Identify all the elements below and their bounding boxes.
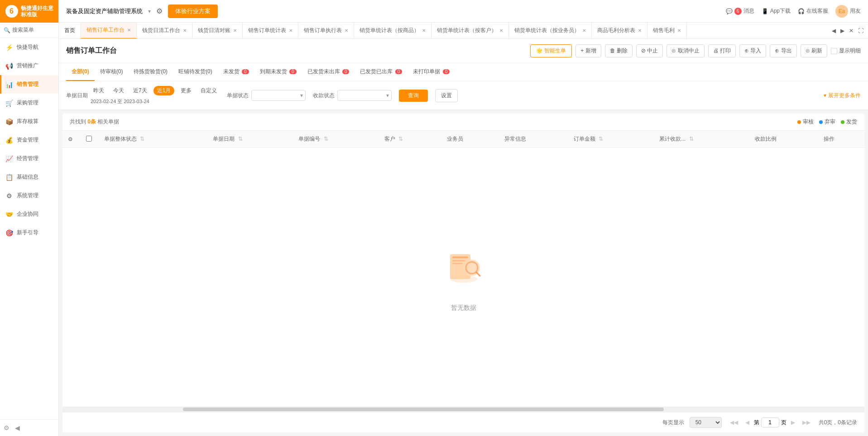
sub-tab-not-shipped[interactable]: 未发货 0 xyxy=(218,63,254,81)
settings-bottom-icon[interactable]: ⚙ xyxy=(4,424,10,431)
sub-tab-not-printed[interactable]: 未打印单据 0 xyxy=(408,63,455,81)
export-btn[interactable]: ⊕ 导出 xyxy=(770,44,796,57)
sub-tab-all[interactable]: 全部(0) xyxy=(66,63,95,81)
print-btn[interactable]: 🖨 打印 xyxy=(708,44,736,57)
message-badge: 6 xyxy=(734,8,742,15)
sub-tab-shipped-out[interactable]: 已发货已出库 0 xyxy=(355,63,408,81)
date-opt-more[interactable]: 更多 xyxy=(178,86,194,95)
sub-tab-shipped-not-in[interactable]: 已发货未出库 0 xyxy=(302,63,355,81)
sub-tab-wangpu-pending[interactable]: 旺铺待发货(0) xyxy=(173,63,218,81)
import-btn[interactable]: ⊕ 导入 xyxy=(739,44,766,57)
tab-close-summary-customer[interactable]: ✕ xyxy=(499,28,503,33)
tab-close-cash-reconcile[interactable]: ✕ xyxy=(233,28,237,33)
page-input[interactable] xyxy=(761,417,779,427)
topbar-settings-icon[interactable]: ⚙ xyxy=(156,7,163,15)
sort-amount-icon[interactable]: ⇅ xyxy=(599,136,603,142)
tab-sales-summary-staff[interactable]: 销货单统计表（按业务员） ✕ xyxy=(509,23,592,39)
tab-sales-profit[interactable]: 销售毛利 ✕ xyxy=(647,23,687,39)
filter-settings-btn[interactable]: 设置 xyxy=(435,89,458,102)
payment-select[interactable] xyxy=(337,90,392,101)
tab-close-summary-product[interactable]: ✕ xyxy=(422,28,426,33)
tab-close-margin[interactable]: ✕ xyxy=(638,28,642,33)
message-action[interactable]: 💬 6 消息 xyxy=(726,7,754,15)
cancel-review-btn[interactable]: 弃审 xyxy=(819,118,835,126)
tab-sales-exec[interactable]: 销售订单执行表 ✕ xyxy=(298,23,354,39)
smart-btn[interactable]: 🌟 智能生单 xyxy=(530,44,572,57)
tab-close-summary-staff[interactable]: ✕ xyxy=(582,28,586,33)
sidebar-item-inventory[interactable]: 📦 库存核算 xyxy=(0,112,58,131)
online-service-action[interactable]: 🎧 在线客服 xyxy=(798,7,828,15)
app-download-action[interactable]: 📱 App下载 xyxy=(762,7,791,15)
sidebar-item-sales[interactable]: 📊 销售管理 xyxy=(0,75,58,94)
add-btn[interactable]: + 新增 xyxy=(575,44,601,57)
overdue-badge: 0 xyxy=(289,69,297,74)
sort-number-icon[interactable]: ⇅ xyxy=(324,136,328,142)
user-action[interactable]: Ea 用友 xyxy=(835,5,861,18)
page-size-select[interactable]: 50 10 20 100 xyxy=(690,417,722,428)
delete-btn[interactable]: 🗑 删除 xyxy=(605,44,633,57)
tab-close-sales-exec[interactable]: ✕ xyxy=(345,28,348,33)
col-checkbox[interactable] xyxy=(81,131,99,148)
search-icon: 🔍 xyxy=(4,27,10,33)
cancel-stop-btn[interactable]: ⊙ 取消中止 xyxy=(667,44,704,57)
query-btn[interactable]: 查询 xyxy=(399,90,428,102)
ship-btn[interactable]: 发货 xyxy=(841,118,857,126)
sidebar-item-quick-nav[interactable]: ⚡ 快捷导航 xyxy=(0,38,58,57)
sub-tab-pending-inspection[interactable]: 待拣货验货(0) xyxy=(128,63,173,81)
sidebar-item-finance[interactable]: 💰 资金管理 xyxy=(0,131,58,149)
tab-close-sales-workbench[interactable]: ✕ xyxy=(127,28,131,33)
scrollbar-thumb[interactable] xyxy=(183,408,664,411)
date-opt-1month[interactable]: 近1月 xyxy=(153,86,175,95)
sidebar-item-marketing[interactable]: 📢 营销推广 xyxy=(0,57,58,75)
trial-btn[interactable]: 体验行业方案 xyxy=(168,5,218,18)
col-settings[interactable]: ⚙ xyxy=(62,131,81,148)
tab-close-sales-stats[interactable]: ✕ xyxy=(289,28,293,33)
date-opt-7days[interactable]: 近7天 xyxy=(130,86,150,95)
sub-tab-pending-review[interactable]: 待审核(0) xyxy=(95,63,129,81)
sort-date-icon[interactable]: ⇅ xyxy=(238,136,243,142)
sort-collected-icon[interactable]: ⇅ xyxy=(689,136,694,142)
sidebar-item-operations[interactable]: 📈 经营管理 xyxy=(0,149,58,168)
prev-page-btn[interactable]: ◀ xyxy=(743,418,752,427)
sort-customer-icon[interactable]: ⇅ xyxy=(398,136,403,142)
stop-btn[interactable]: ⊘ 中止 xyxy=(636,44,663,57)
tab-sales-summary-customer[interactable]: 销货单统计表（按客户） ✕ xyxy=(432,23,509,39)
next-page-btn[interactable]: ▶ xyxy=(788,418,798,427)
sidebar-item-basic-info[interactable]: 📋 基础信息 xyxy=(0,168,58,186)
display-detail-label[interactable]: 显示明细 xyxy=(831,47,861,55)
tab-cash-daily[interactable]: 钱货日清工作台 ✕ xyxy=(137,23,192,39)
tab-home[interactable]: 首页 xyxy=(59,23,81,39)
tab-nav-prev[interactable]: ◀ xyxy=(830,27,838,35)
tab-sales-workbench[interactable]: 销售订单工作台 ✕ xyxy=(81,23,137,39)
collapse-icon[interactable]: ◀ xyxy=(15,424,20,431)
expand-filter-btn[interactable]: ▾ 展开更多条件 xyxy=(824,92,861,100)
tab-close-profit[interactable]: ✕ xyxy=(677,28,681,33)
review-btn[interactable]: 审核 xyxy=(797,118,814,126)
select-all-checkbox[interactable] xyxy=(86,136,92,142)
tab-sales-stats[interactable]: 销售订单统计表 ✕ xyxy=(243,23,298,39)
status-select[interactable] xyxy=(251,90,306,101)
sort-status-icon[interactable]: ⇅ xyxy=(140,136,144,142)
sidebar-item-purchase[interactable]: 🛒 采购管理 xyxy=(0,94,58,112)
tab-close-all[interactable]: ✕ xyxy=(847,27,855,35)
tab-sales-summary-product[interactable]: 销货单统计表（按商品） ✕ xyxy=(354,23,432,39)
horizontal-scrollbar[interactable] xyxy=(62,407,864,412)
sidebar-search[interactable]: 🔍 搜索菜单 xyxy=(0,23,58,38)
sub-tab-overdue[interactable]: 到期未发货 0 xyxy=(254,63,302,81)
refresh-btn[interactable]: ⊙ 刷新 xyxy=(801,44,827,57)
tab-fullscreen[interactable]: ⛶ xyxy=(856,27,865,35)
tab-cash-reconcile[interactable]: 钱货日清对账 ✕ xyxy=(192,23,243,39)
first-page-btn[interactable]: ◀◀ xyxy=(727,418,741,427)
tab-close-cash-daily[interactable]: ✕ xyxy=(183,28,187,33)
display-detail-checkbox[interactable] xyxy=(831,48,837,54)
date-opt-today[interactable]: 今天 xyxy=(110,86,127,95)
sidebar-item-guide[interactable]: 🎯 新手引导 xyxy=(0,223,58,242)
last-page-btn[interactable]: ▶▶ xyxy=(800,418,813,427)
sidebar-item-system[interactable]: ⚙ 系统管理 xyxy=(0,186,58,205)
date-opt-yesterday[interactable]: 昨天 xyxy=(91,86,107,95)
tab-margin-analysis[interactable]: 商品毛利分析表 ✕ xyxy=(592,23,647,39)
tab-nav-next[interactable]: ▶ xyxy=(839,27,846,35)
date-opt-custom[interactable]: 自定义 xyxy=(198,86,220,95)
sidebar-item-enterprise[interactable]: 🤝 企业协同 xyxy=(0,205,58,223)
table-toolbar: 共找到 0条 相关单据 审核 弃审 发货 xyxy=(62,114,864,131)
